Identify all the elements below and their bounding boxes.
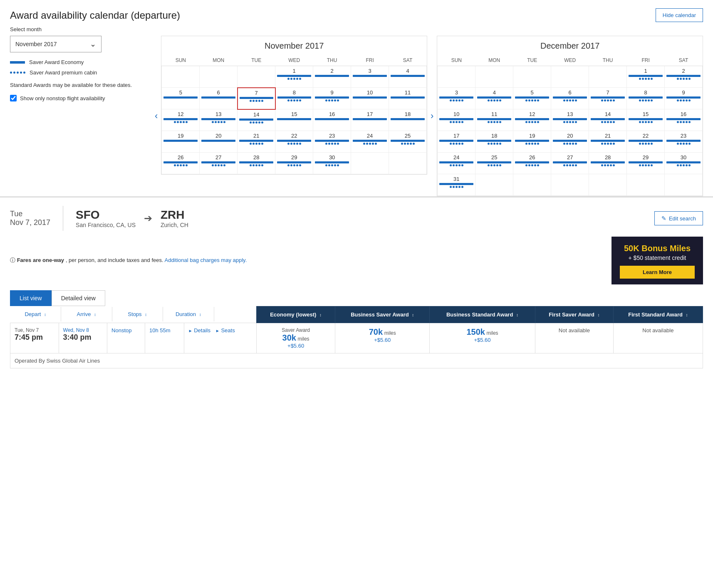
- calendar-day[interactable]: 30: [313, 153, 351, 174]
- calendar-day[interactable]: 16: [665, 109, 703, 131]
- calendar-day[interactable]: 28: [238, 153, 275, 174]
- calendar-day[interactable]: 27: [200, 153, 238, 174]
- details-link[interactable]: ► Details: [188, 327, 210, 334]
- calendar-day[interactable]: 15: [275, 109, 313, 131]
- calendar-day[interactable]: 14: [238, 109, 275, 131]
- stops-header[interactable]: Stops ↕: [112, 307, 163, 321]
- calendar-day[interactable]: 11: [475, 109, 513, 131]
- first-saver-unavailable: Not available: [559, 327, 590, 334]
- calendar-day[interactable]: 23: [665, 131, 703, 153]
- nov-sun-header: SUN: [162, 56, 200, 66]
- calendar-day[interactable]: 7: [238, 88, 275, 109]
- calendar-day[interactable]: 8: [627, 88, 665, 109]
- calendar-day[interactable]: 25: [389, 131, 427, 153]
- prev-month-button[interactable]: ‹: [151, 111, 161, 121]
- calendar-day[interactable]: 13: [200, 109, 238, 131]
- calendar-day[interactable]: 26: [513, 153, 551, 174]
- table-row: Tue, Nov 7 7:45 pm Wed, Nov 8 3:40 pm No…: [10, 323, 703, 353]
- seats-link[interactable]: ► Seats: [215, 327, 235, 334]
- calendar-day[interactable]: 3: [438, 88, 475, 109]
- economy-lowest-header[interactable]: Economy (lowest) ↕: [256, 306, 335, 323]
- nov-wed-header: WED: [275, 56, 313, 66]
- calendar-day[interactable]: 10: [351, 88, 389, 109]
- calendar-day[interactable]: 8: [275, 88, 313, 109]
- calendar-day[interactable]: 21: [589, 131, 627, 153]
- nonstop-checkbox[interactable]: [10, 95, 17, 101]
- dest-name: Zurich, CH: [161, 222, 188, 228]
- calendar-day[interactable]: 11: [389, 88, 427, 109]
- spacer-header: [214, 307, 256, 321]
- calendar-day[interactable]: 23: [313, 131, 351, 153]
- edit-search-button[interactable]: ✎ Edit search: [654, 211, 703, 225]
- learn-more-button[interactable]: Learn More: [620, 266, 695, 279]
- calendar-day[interactable]: 5: [162, 88, 200, 109]
- calendar-day[interactable]: 25: [475, 153, 513, 174]
- calendar-day[interactable]: 7: [589, 88, 627, 109]
- calendar-day[interactable]: 14: [589, 109, 627, 131]
- calendar-day[interactable]: 1: [275, 66, 313, 88]
- bag-charges-link[interactable]: Additional bag charges may apply.: [165, 257, 247, 263]
- calendar-day[interactable]: 29: [275, 153, 313, 174]
- next-month-button[interactable]: ›: [427, 111, 437, 121]
- business-standard-miles-wrapper: 150k miles: [434, 327, 531, 337]
- calendar-day[interactable]: 3: [351, 66, 389, 88]
- calendar-day[interactable]: 20: [200, 131, 238, 153]
- calendar-day[interactable]: 4: [475, 88, 513, 109]
- calendar-day[interactable]: 19: [513, 131, 551, 153]
- calendar-day[interactable]: 18: [389, 109, 427, 131]
- arrive-header[interactable]: Arrive ↕: [61, 307, 112, 321]
- calendar-day[interactable]: 1: [627, 66, 665, 88]
- business-standard-cell[interactable]: 150k miles +$5.60: [430, 323, 535, 353]
- calendar-day[interactable]: 17: [351, 109, 389, 131]
- operated-by-text: Operated By Swiss Global Air Lines: [10, 353, 703, 368]
- calendar-day[interactable]: 26: [162, 153, 200, 174]
- legend-saver-economy: Saver Award Economy: [10, 59, 135, 65]
- depart-header[interactable]: Depart ↕: [10, 307, 62, 321]
- calendar-day[interactable]: 2: [313, 66, 351, 88]
- calendar-day[interactable]: 29: [627, 153, 665, 174]
- calendar-day[interactable]: 10: [438, 109, 475, 131]
- calendar-day[interactable]: 17: [438, 131, 475, 153]
- calendar-day[interactable]: 18: [475, 131, 513, 153]
- business-saver-header[interactable]: Business Saver Award ↕: [335, 306, 430, 323]
- stops-badge: Nonstop: [111, 327, 131, 334]
- calendar-day[interactable]: 6: [551, 88, 589, 109]
- calendar-day[interactable]: 31: [438, 174, 475, 196]
- calendar-day: [162, 66, 200, 88]
- calendar-day[interactable]: 6: [200, 88, 238, 109]
- first-standard-header[interactable]: First Standard Award ↕: [613, 306, 703, 323]
- calendar-day[interactable]: 15: [627, 109, 665, 131]
- detailed-view-tab[interactable]: Detailed view: [52, 290, 105, 306]
- calendar-day[interactable]: 22: [275, 131, 313, 153]
- calendar-day[interactable]: 21: [238, 131, 275, 153]
- duration-header[interactable]: Duration ↕: [163, 307, 214, 321]
- calendar-day[interactable]: 2: [665, 66, 703, 88]
- calendar-day[interactable]: 20: [551, 131, 589, 153]
- calendar-day[interactable]: 30: [665, 153, 703, 174]
- first-saver-header[interactable]: First Saver Award ↕: [535, 306, 613, 323]
- calendar-day[interactable]: 12: [513, 109, 551, 131]
- calendar-day[interactable]: 4: [389, 66, 427, 88]
- nov-thu-header: THU: [313, 56, 351, 66]
- list-view-tab[interactable]: List view: [10, 290, 52, 306]
- month-select[interactable]: November 2017 ⌄: [10, 36, 102, 52]
- calendar-day[interactable]: 24: [351, 131, 389, 153]
- calendar-day[interactable]: 27: [551, 153, 589, 174]
- calendar-day[interactable]: 22: [627, 131, 665, 153]
- calendar-day[interactable]: 12: [162, 109, 200, 131]
- hide-calendar-button[interactable]: Hide calendar: [656, 8, 703, 22]
- calendar-day[interactable]: 28: [589, 153, 627, 174]
- calendar-day[interactable]: 13: [551, 109, 589, 131]
- economy-price-cell[interactable]: Saver Award 30k miles +$5.60: [256, 323, 335, 353]
- nonstop-checkbox-label[interactable]: Show only nonstop flight availability: [10, 95, 135, 101]
- business-standard-header[interactable]: Business Standard Award ↕: [430, 306, 535, 323]
- business-standard-unit: miles: [487, 330, 498, 336]
- calendar-day[interactable]: 9: [665, 88, 703, 109]
- calendar-day[interactable]: 19: [162, 131, 200, 153]
- calendar-day[interactable]: 24: [438, 153, 475, 174]
- business-saver-cell[interactable]: 70k miles +$5.60: [335, 323, 430, 353]
- calendar-day[interactable]: 5: [513, 88, 551, 109]
- calendar-day[interactable]: 9: [313, 88, 351, 109]
- business-saver-unit: miles: [384, 330, 396, 336]
- calendar-day[interactable]: 16: [313, 109, 351, 131]
